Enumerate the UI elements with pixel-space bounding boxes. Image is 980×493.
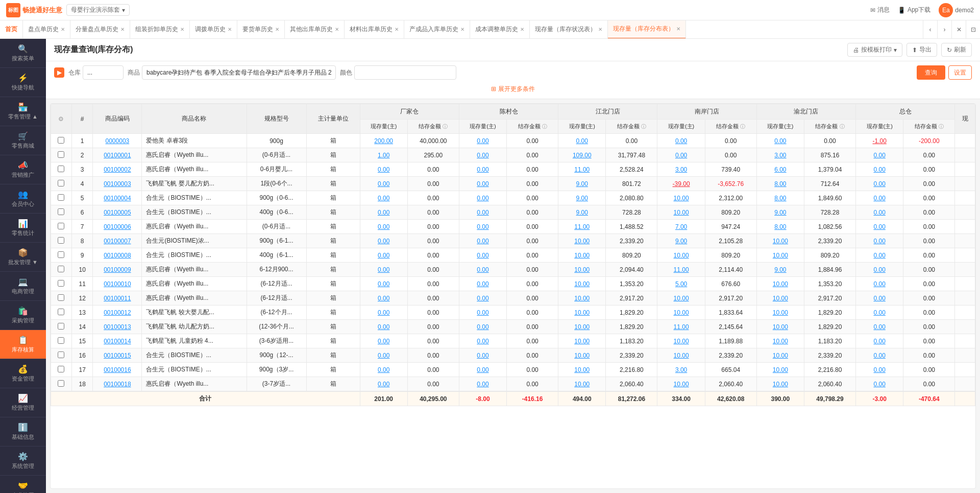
td-jb-qty[interactable]: 10.00: [558, 363, 606, 377]
sidebar-item-search[interactable]: 🔍 搜索英单: [0, 39, 46, 68]
td-total-qty[interactable]: 0.00: [856, 220, 903, 234]
sidebar-item-ecommerce[interactable]: 💻 电商管理: [0, 272, 46, 301]
expand-conditions-btn[interactable]: ⊞ 展开更多条件: [491, 85, 534, 92]
tab-inventory-check[interactable]: 盘点单历史 ✕: [23, 20, 70, 39]
td-total-qty[interactable]: 0.00: [856, 363, 903, 377]
td-f-qty[interactable]: 0.00: [360, 177, 407, 191]
td-yb-qty[interactable]: 8.00: [756, 191, 804, 205]
td-product-code[interactable]: 00100007: [93, 234, 142, 248]
td-c-qty[interactable]: 0.00: [459, 320, 506, 334]
td-total-qty[interactable]: 0.00: [856, 191, 903, 205]
collapse-arrow[interactable]: ▶: [54, 67, 64, 78]
sidebar-item-finance[interactable]: 💰 资金管理: [0, 359, 46, 388]
gear-icon[interactable]: ⚙: [58, 115, 64, 123]
td-c-qty[interactable]: 0.00: [459, 177, 506, 191]
setting-btn[interactable]: 设置: [948, 65, 972, 80]
td-total-qty[interactable]: 0.00: [856, 248, 903, 263]
sidebar-item-collab[interactable]: 🤝 企业协同: [0, 476, 46, 493]
td-f-qty[interactable]: 0.00: [360, 306, 407, 320]
td-checkbox[interactable]: [51, 334, 72, 348]
info-icon[interactable]: ⓘ: [840, 124, 845, 129]
td-jb-qty[interactable]: 10.00: [558, 320, 606, 334]
tab-stock-status[interactable]: 现存量（库存状况表） ✕: [530, 20, 608, 39]
sidebar-item-quicknav[interactable]: ⚡ 快捷导航: [0, 68, 46, 97]
td-checkbox[interactable]: [51, 306, 72, 320]
td-jb-qty[interactable]: 11.00: [558, 162, 606, 177]
tab-sub-inventory-check[interactable]: 分量盘点单历史 ✕: [70, 20, 130, 39]
td-na-qty[interactable]: 10.00: [657, 334, 705, 348]
td-total-qty[interactable]: 0.00: [856, 177, 903, 191]
message-btn[interactable]: ✉ 消息: [870, 6, 890, 14]
td-product-code[interactable]: 00100012: [93, 306, 142, 320]
sidebar-item-retail[interactable]: 🏪 零售管理 ▲: [0, 97, 46, 126]
td-total-qty[interactable]: 0.00: [856, 334, 903, 348]
app-download-btn[interactable]: 📱 App下载: [898, 6, 930, 14]
sidebar-item-mall[interactable]: 🛒 零售商城: [0, 126, 46, 155]
td-checkbox[interactable]: [51, 191, 72, 205]
td-total-qty[interactable]: 0.00: [856, 162, 903, 177]
td-product-code[interactable]: 00100003: [93, 177, 142, 191]
td-checkbox[interactable]: [51, 363, 72, 377]
td-jb-qty[interactable]: 10.00: [558, 348, 606, 363]
td-product-code[interactable]: 00100010: [93, 277, 142, 291]
td-total-qty[interactable]: 0.00: [856, 291, 903, 306]
td-checkbox[interactable]: [51, 234, 72, 248]
td-na-qty[interactable]: 0.00: [657, 134, 705, 148]
td-na-qty[interactable]: 10.00: [657, 348, 705, 363]
tab-expand-btn[interactable]: ⊡: [966, 20, 980, 39]
td-na-qty[interactable]: 7.00: [657, 220, 705, 234]
td-c-qty[interactable]: 0.00: [459, 263, 506, 277]
td-c-qty[interactable]: 0.00: [459, 134, 506, 148]
td-total-qty[interactable]: -1.00: [856, 134, 903, 148]
info-icon[interactable]: ⓘ: [542, 124, 547, 129]
td-product-code[interactable]: 00100009: [93, 263, 142, 277]
td-yb-qty[interactable]: 8.00: [756, 177, 804, 191]
td-jb-qty[interactable]: 9.00: [558, 177, 606, 191]
td-jb-qty[interactable]: 9.00: [558, 205, 606, 220]
td-yb-qty[interactable]: 10.00: [756, 377, 804, 392]
tab-close-icon[interactable]: ✕: [460, 27, 464, 32]
td-f-qty[interactable]: 0.00: [360, 162, 407, 177]
td-product-code[interactable]: 00100001: [93, 148, 142, 162]
td-jb-qty[interactable]: 10.00: [558, 234, 606, 248]
td-c-qty[interactable]: 0.00: [459, 191, 506, 205]
td-na-qty[interactable]: 11.00: [657, 320, 705, 334]
td-jb-qty[interactable]: 10.00: [558, 277, 606, 291]
td-c-qty[interactable]: 0.00: [459, 334, 506, 348]
td-checkbox[interactable]: [51, 320, 72, 334]
td-f-qty[interactable]: 0.00: [360, 277, 407, 291]
td-yb-qty[interactable]: 10.00: [756, 320, 804, 334]
info-icon[interactable]: ⓘ: [939, 124, 944, 129]
td-yb-qty[interactable]: 9.00: [756, 205, 804, 220]
td-na-qty[interactable]: 10.00: [657, 248, 705, 263]
tab-close-icon[interactable]: ✕: [395, 27, 399, 32]
td-total-qty[interactable]: 0.00: [856, 348, 903, 363]
td-c-qty[interactable]: 0.00: [459, 248, 506, 263]
td-c-qty[interactable]: 0.00: [459, 306, 506, 320]
td-yb-qty[interactable]: 10.00: [756, 248, 804, 263]
td-total-qty[interactable]: 0.00: [856, 377, 903, 392]
warehouse-input[interactable]: ...: [83, 65, 124, 80]
export-btn[interactable]: ⬆ 导出: [906, 43, 937, 57]
tab-close-icon[interactable]: ✕: [520, 27, 524, 32]
td-jb-qty[interactable]: 10.00: [558, 306, 606, 320]
td-c-qty[interactable]: 0.00: [459, 348, 506, 363]
td-product-code[interactable]: 00100006: [93, 220, 142, 234]
td-checkbox[interactable]: [51, 248, 72, 263]
td-checkbox[interactable]: [51, 263, 72, 277]
td-c-qty[interactable]: 0.00: [459, 291, 506, 306]
td-na-qty[interactable]: 10.00: [657, 191, 705, 205]
td-jb-qty[interactable]: 0.00: [558, 134, 606, 148]
td-f-qty[interactable]: 0.00: [360, 248, 407, 263]
td-product-code[interactable]: 00100016: [93, 363, 142, 377]
td-f-qty[interactable]: 0.00: [360, 220, 407, 234]
td-f-qty[interactable]: 0.00: [360, 291, 407, 306]
tab-close-icon[interactable]: ✕: [61, 27, 65, 32]
td-c-qty[interactable]: 0.00: [459, 220, 506, 234]
td-checkbox[interactable]: [51, 177, 72, 191]
table-container[interactable]: ⚙ # 商品编码 商品名称 规格型号 主计量单位 厂家仓 陈村仓 江北门店 南岸…: [50, 103, 976, 489]
td-na-qty[interactable]: 0.00: [657, 148, 705, 162]
tab-close-icon[interactable]: ✕: [180, 27, 184, 32]
td-f-qty[interactable]: 0.00: [360, 377, 407, 392]
td-f-qty[interactable]: 0.00: [360, 205, 407, 220]
